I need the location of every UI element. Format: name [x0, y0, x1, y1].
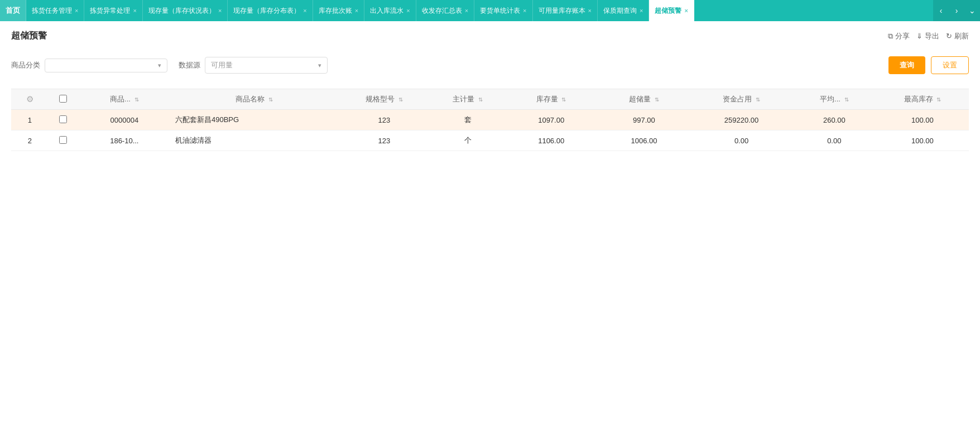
table-body: 1 0000004 六配套新昌490BPG 123 套 1097.00 997.… — [11, 110, 969, 151]
col-check-header — [49, 89, 78, 110]
col-unit-header: 主计量 ⇅ — [431, 89, 505, 110]
nav-tab-9[interactable]: 可用量库存账本 × — [533, 0, 598, 21]
sort-icon[interactable]: ⇅ — [936, 96, 941, 103]
close-icon[interactable]: × — [355, 7, 358, 14]
close-icon[interactable]: × — [303, 7, 306, 14]
nav-home[interactable]: 首页 — [0, 0, 26, 21]
gear-icon[interactable]: ⚙ — [26, 94, 33, 104]
row-over: 997.00 — [598, 110, 690, 130]
nav-prev-button[interactable]: ‹ — [933, 0, 949, 21]
category-select[interactable]: ▾ — [45, 59, 167, 72]
row-avg: 0.00 — [792, 130, 876, 151]
nav-next-button[interactable]: › — [949, 0, 964, 21]
row-over: 1006.00 — [598, 130, 690, 151]
export-button[interactable]: ⇓ 导出 — [916, 31, 939, 41]
col-stock-header: 库存量 ⇅ — [505, 89, 598, 110]
close-icon[interactable]: × — [406, 7, 410, 14]
close-icon[interactable]: × — [588, 7, 592, 14]
row-spec: 123 — [338, 110, 430, 130]
col-code-header: 商品... ⇅ — [78, 89, 171, 110]
nav-tab-1[interactable]: 拣货任务管理 × — [26, 0, 84, 21]
col-name-header: 商品名称 ⇅ — [171, 89, 338, 110]
page-header: 超储预警 ⧉ 分享 ⇓ 导出 ↻ 刷新 — [11, 30, 969, 42]
col-max-header: 最高库存 ⇅ — [876, 89, 969, 110]
datasource-filter-group: 数据源 可用量 ▾ — [179, 57, 328, 74]
set-button[interactable]: 设置 — [931, 56, 969, 74]
nav-tab-6[interactable]: 出入库流水 × — [364, 0, 416, 21]
nav-tab-3[interactable]: 现存量（库存状况表） × — [143, 0, 228, 21]
category-label: 商品分类 — [11, 60, 40, 70]
close-icon[interactable]: × — [465, 7, 468, 14]
page-title: 超储预警 — [11, 30, 47, 42]
row-avg: 260.00 — [792, 110, 876, 130]
table-header-row: ⚙ 商品... ⇅ 商品名称 ⇅ 规格型号 ⇅ 主计量 — [11, 89, 969, 110]
row-code: 0000004 — [78, 110, 171, 130]
table-row: 2 186-10... 机油滤清器 123 个 1106.00 1006.00 … — [11, 130, 969, 151]
data-table: ⚙ 商品... ⇅ 商品名称 ⇅ 规格型号 ⇅ 主计量 — [11, 89, 969, 151]
row-stock: 1097.00 — [505, 110, 598, 130]
row-check[interactable] — [49, 130, 78, 151]
share-icon: ⧉ — [888, 32, 893, 41]
sort-icon[interactable]: ⇅ — [756, 96, 760, 103]
datasource-value: 可用量 — [211, 60, 233, 70]
datasource-select[interactable]: 可用量 ▾ — [205, 57, 328, 74]
refresh-icon: ↻ — [946, 32, 952, 40]
table-row: 1 0000004 六配套新昌490BPG 123 套 1097.00 997.… — [11, 110, 969, 130]
col-avg-header: 平均... ⇅ — [792, 89, 876, 110]
row-checkbox[interactable] — [59, 136, 67, 144]
nav-menu-button[interactable]: ⌄ — [964, 0, 980, 21]
col-spec-header: 规格型号 ⇅ — [338, 89, 430, 110]
nav-tab-10[interactable]: 保质期查询 × — [598, 0, 649, 21]
close-icon[interactable]: × — [640, 7, 643, 14]
header-actions: ⧉ 分享 ⇓ 导出 ↻ 刷新 — [888, 31, 969, 41]
chevron-down-icon: ▾ — [318, 62, 321, 69]
row-check[interactable] — [49, 110, 78, 130]
nav-arrows: ‹ › ⌄ — [933, 0, 980, 21]
row-max: 100.00 — [876, 110, 969, 130]
nav-tab-5[interactable]: 库存批次账 × — [313, 0, 364, 21]
row-money: 0.00 — [690, 130, 792, 151]
row-no: 1 — [11, 110, 49, 130]
select-all-checkbox[interactable] — [59, 95, 67, 103]
sort-icon[interactable]: ⇅ — [478, 96, 483, 103]
category-filter-group: 商品分类 ▾ — [11, 59, 167, 72]
export-icon: ⇓ — [916, 32, 923, 40]
chevron-down-icon: ▾ — [158, 62, 161, 69]
nav-tab-2[interactable]: 拣货异常处理 × — [84, 0, 142, 21]
row-no: 2 — [11, 130, 49, 151]
row-stock: 1106.00 — [505, 130, 598, 151]
nav-tab-4[interactable]: 现存量（库存分布表） × — [228, 0, 313, 21]
row-money: 259220.00 — [690, 110, 792, 130]
col-over-header: 超储量 ⇅ — [598, 89, 690, 110]
query-button[interactable]: 查询 — [888, 56, 925, 74]
row-spec: 123 — [338, 130, 430, 151]
filter-area: 商品分类 ▾ 数据源 可用量 ▾ 查询 设置 — [11, 51, 969, 80]
close-icon[interactable]: × — [75, 7, 78, 14]
sort-icon[interactable]: ⇅ — [844, 96, 849, 103]
filter-buttons: 查询 设置 — [888, 56, 969, 74]
sort-icon[interactable]: ⇅ — [134, 96, 139, 103]
col-gear-header: ⚙ — [11, 89, 49, 110]
row-code: 186-10... — [78, 130, 171, 151]
top-nav: 首页 拣货任务管理 × 拣货异常处理 × 现存量（库存状况表） × 现存量（库存… — [0, 0, 980, 21]
page-content: 超储预警 ⧉ 分享 ⇓ 导出 ↻ 刷新 商品分类 ▾ 数据源 — [0, 21, 980, 446]
close-icon[interactable]: × — [133, 7, 136, 14]
close-icon[interactable]: × — [523, 7, 526, 14]
nav-tab-7[interactable]: 收发存汇总表 × — [416, 0, 474, 21]
sort-icon[interactable]: ⇅ — [268, 96, 273, 103]
row-unit: 个 — [431, 130, 505, 151]
datasource-label: 数据源 — [179, 60, 200, 70]
sort-icon[interactable]: ⇅ — [561, 96, 566, 103]
close-icon[interactable]: × — [684, 7, 688, 14]
sort-icon[interactable]: ⇅ — [398, 96, 403, 103]
row-checkbox[interactable] — [59, 115, 67, 123]
refresh-button[interactable]: ↻ 刷新 — [946, 31, 969, 41]
nav-tab-8[interactable]: 要货单统计表 × — [474, 0, 532, 21]
nav-tab-11[interactable]: 超储预警 × — [649, 0, 694, 21]
share-button[interactable]: ⧉ 分享 — [888, 31, 910, 41]
row-max: 100.00 — [876, 130, 969, 151]
close-icon[interactable]: × — [218, 7, 222, 14]
col-money-header: 资金占用 ⇅ — [690, 89, 792, 110]
row-name: 六配套新昌490BPG — [171, 110, 338, 130]
sort-icon[interactable]: ⇅ — [655, 96, 659, 103]
